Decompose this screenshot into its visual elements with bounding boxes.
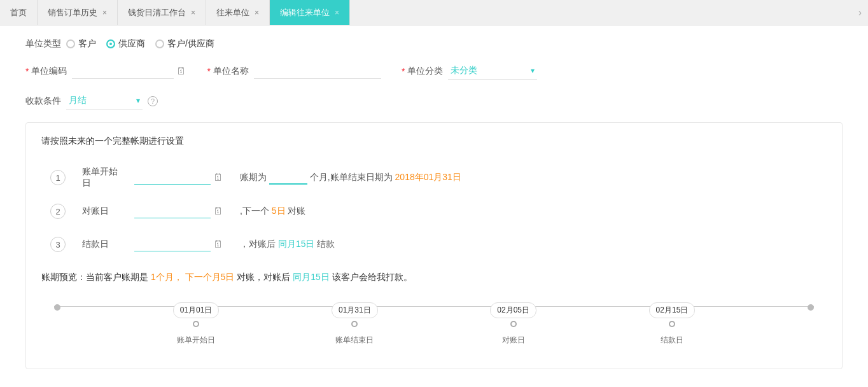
tab-home[interactable]: 首页 — [0, 0, 38, 25]
step-2-name: 对账日 — [82, 206, 109, 216]
main-content: 单位类型 客户 供应商 客户/供应商 * 单位编码 000001 🗓 — [0, 25, 868, 387]
unit-type-label: 单位类型 — [25, 38, 61, 50]
tab-edit-partner-label: 编辑往来单位 — [280, 7, 330, 18]
step-1-calendar-icon[interactable]: 🗓 — [213, 172, 223, 183]
preview-part5: 该客户会给我打款。 — [332, 272, 412, 282]
timeline-feb15-node: 02月15日 结款日 — [649, 302, 696, 346]
radio-group-unit-type: 客户 供应商 客户/供应商 — [66, 38, 214, 50]
timeline-start-dot — [54, 304, 60, 311]
step-2-calendar-icon[interactable]: 🗓 — [213, 206, 223, 217]
tab-sales-history[interactable]: 销售订单历史 × — [38, 0, 118, 25]
payment-term-select[interactable]: 月结 ▾ — [66, 92, 143, 109]
unit-category-label: 单位分类 — [407, 66, 443, 77]
step-1-date-wrapper: 2018-01-01 🗓 — [134, 171, 223, 185]
timeline-feb05-label: 02月05日 — [490, 302, 536, 318]
step-1-name: 账单开始日 — [82, 166, 118, 188]
calendar-icon[interactable]: 🗓 — [176, 66, 186, 77]
step-3-num: 3 — [50, 237, 66, 252]
step-1-date-input[interactable]: 2018-01-01 — [134, 171, 211, 185]
timeline-jan31-dot — [351, 321, 358, 327]
step-3-date-input[interactable]: 2018-02-15 — [134, 238, 211, 251]
tab-cash-work-label: 钱货日清工作台 — [128, 7, 186, 18]
timeline-jan01-label: 01月01日 — [173, 302, 220, 318]
tab-partner-units-close[interactable]: × — [255, 8, 259, 17]
step-1-desc-prefix: 账期为 — [240, 172, 267, 182]
section-instruction: 请按照未来的一个完整帐期进行设置 — [41, 136, 827, 147]
step-2-date-input[interactable]: 2018-02-05 — [134, 205, 211, 218]
preview-part2: 下一个月5日 — [185, 272, 235, 282]
tab-cash-work[interactable]: 钱货日清工作台 × — [118, 0, 206, 25]
preview-label: 账期预览：当前客户账期是 — [41, 272, 148, 282]
unit-code-group: * 单位编码 000001 🗓 — [25, 63, 186, 79]
step-2-date-wrapper: 2018-02-05 🗓 — [134, 205, 223, 218]
unit-name-input[interactable]: 河南供应商22 — [254, 63, 381, 79]
timeline-feb05-sub: 对账日 — [502, 335, 525, 346]
timeline-jan01-dot — [193, 321, 199, 327]
timeline-end-dot — [808, 304, 814, 311]
radio-supplier[interactable]: 供应商 — [106, 38, 145, 50]
tab-edit-partner-close[interactable]: × — [335, 8, 339, 17]
step-2-desc-prefix: ,下一个 — [240, 206, 269, 216]
payment-term-arrow: ▾ — [136, 96, 140, 105]
step-1-desc-suffix: 个月,账单结束日期为 — [310, 172, 393, 182]
timeline-jan31-node: 01月31日 账单结束日 — [332, 302, 378, 346]
radio-customer[interactable]: 客户 — [66, 38, 96, 50]
step-1-num: 1 — [50, 170, 66, 185]
unit-info-row: * 单位编码 000001 🗓 * 单位名称 河南供应商22 * 单位分类 未分… — [25, 62, 843, 80]
radio-both-label: 客户/供应商 — [167, 38, 214, 50]
unit-code-input-wrapper: 000001 🗓 — [72, 63, 186, 79]
period-settings-section: 请按照未来的一个完整帐期进行设置 1 账单开始日 2018-01-01 🗓 — [25, 122, 843, 369]
tab-edit-partner[interactable]: 编辑往来单位 × — [270, 0, 350, 25]
timeline-jan31-sub: 账单结束日 — [335, 335, 374, 346]
tab-cash-work-close[interactable]: × — [191, 8, 195, 17]
unit-name-star: * — [207, 66, 210, 76]
tab-sales-history-close[interactable]: × — [102, 8, 107, 17]
preview-part1: 1个月， — [151, 272, 183, 282]
radio-supplier-circle — [106, 39, 115, 48]
steps-table: 1 账单开始日 2018-01-01 🗓 账期为 1 个月,账 — [41, 160, 827, 262]
unit-category-select[interactable]: 未分类 ▾ — [448, 62, 537, 80]
step-1-end-date: 2018年01月31日 — [395, 172, 461, 182]
unit-code-input[interactable]: 000001 — [72, 63, 174, 79]
unit-code-label: 单位编码 — [31, 66, 67, 77]
timeline-jan01-sub: 账单开始日 — [177, 335, 215, 346]
radio-both[interactable]: 客户/供应商 — [155, 38, 214, 50]
step-2-desc-suffix: 对账 — [288, 206, 305, 216]
step-3-row: 3 结款日 2018-02-15 🗓 ，对账后 同月15日 — [43, 229, 825, 260]
timeline-feb15-dot — [669, 321, 675, 327]
tab-home-label: 首页 — [10, 7, 27, 18]
tab-more-button[interactable]: › — [852, 0, 868, 25]
radio-customer-circle — [66, 39, 75, 48]
step-3-name: 结款日 — [82, 239, 109, 249]
tab-partner-units[interactable]: 往来单位 × — [206, 0, 270, 25]
timeline-feb15-sub: 结款日 — [661, 335, 683, 346]
step-2-row: 2 对账日 2018-02-05 🗓 ,下一个 5日 对账 — [43, 195, 825, 227]
radio-both-circle — [155, 39, 164, 48]
step-2-num: 2 — [50, 204, 66, 219]
step-3-desc-suffix: 结款 — [317, 239, 335, 249]
tab-sales-history-label: 销售订单历史 — [48, 7, 97, 18]
radio-customer-label: 客户 — [78, 38, 96, 50]
preview-text: 账期预览：当前客户账期是 1个月， 下一个月5日 对账，对账后 同月15日 该客… — [41, 272, 827, 283]
unit-category-star: * — [402, 66, 405, 76]
timeline: 01月01日 账单开始日 01月31日 账单结束日 02月05日 — [54, 296, 814, 346]
timeline-feb15-label: 02月15日 — [649, 302, 696, 318]
unit-code-star: * — [25, 66, 29, 76]
unit-category-arrow: ▾ — [531, 66, 535, 75]
timeline-jan31-label: 01月31日 — [332, 302, 378, 318]
help-icon[interactable]: ? — [148, 96, 158, 106]
timeline-feb05-node: 02月05日 对账日 — [490, 302, 536, 346]
timeline-end-node — [808, 302, 814, 316]
tab-bar: 首页 销售订单历史 × 钱货日清工作台 × 往来单位 × 编辑往来单位 × › — [0, 0, 868, 25]
preview-part3: 对账，对账后 — [237, 272, 290, 282]
step-3-highlight: 同月15日 — [278, 239, 315, 249]
unit-category-group: * 单位分类 未分类 ▾ — [402, 62, 537, 80]
payment-term-label: 收款条件 — [25, 95, 61, 107]
step-3-calendar-icon[interactable]: 🗓 — [213, 239, 223, 250]
timeline-jan01-node: 01月01日 账单开始日 — [173, 302, 220, 346]
timeline-nodes: 01月01日 账单开始日 01月31日 账单结束日 02月05日 — [54, 302, 814, 346]
step-2-highlight: 5日 — [272, 206, 286, 216]
unit-category-value: 未分类 — [451, 65, 526, 76]
preview-section: 账期预览：当前客户账期是 1个月， 下一个月5日 对账，对账后 同月15日 该客… — [41, 262, 827, 356]
step-1-period-input[interactable]: 1 — [269, 171, 307, 185]
